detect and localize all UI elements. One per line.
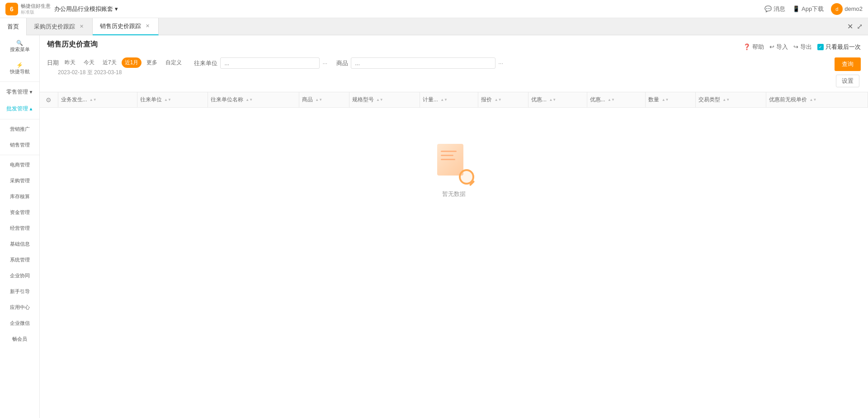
content-area: 销售历史价查询 ❓ 帮助 ↩ 导入 ↪ 导出 ✓ — [40, 35, 868, 418]
date-btn-more[interactable]: 更多 — [143, 57, 160, 68]
th-partner-code[interactable]: 往来单位 ▲▼ — [137, 92, 208, 108]
sidebar-item-sales-mgmt[interactable]: 销售管理 — [0, 137, 39, 153]
sidebar-item-enterprise-wechat[interactable]: 企业微信 — [0, 315, 39, 331]
tabbar: 首页 采购历史价跟踪 ✕ 销售历史价跟踪 ✕ ✕ ⤢ — [0, 18, 868, 35]
sidebar-divider-1 — [0, 81, 39, 82]
close-sales-history-icon[interactable]: ✕ — [144, 23, 151, 30]
empty-text: 暂无数据 — [442, 190, 466, 198]
topbar-right: 💬 消息 📱 App下载 d demo2 — [764, 3, 863, 15]
topbar: 6 畅捷信好生意 标准版 办公用品行业模拟账套 ▾ 💬 消息 📱 App下载 d… — [0, 0, 868, 18]
date-label: 日期 — [47, 59, 59, 67]
th-spec[interactable]: 规格型号 ▲▼ — [349, 92, 420, 108]
sidebar-item-new-guide[interactable]: 新手引导 — [0, 284, 39, 299]
sort-icon: ▲▼ — [662, 98, 669, 102]
th-qty[interactable]: 数量 ▲▼ — [646, 92, 696, 108]
action-buttons: 查询 设置 — [835, 57, 861, 87]
workspace-selector[interactable]: 办公用品行业模拟账套 ▾ — [54, 5, 118, 13]
sidebar: 🔍 搜索菜单 ⚡ 快捷导航 零售管理 ▼ 批发管理 ▲ 营销推广 销售管理 — [0, 35, 40, 418]
maximize-icon[interactable]: ⤢ — [857, 22, 863, 31]
tab-home[interactable]: 首页 — [0, 18, 27, 35]
date-btn-7days[interactable]: 近7天 — [99, 57, 120, 68]
message-button[interactable]: 💬 消息 — [764, 5, 785, 13]
empty-state: 暂无数据 — [40, 108, 868, 234]
data-table: ⚙ 业务发生... ▲▼ 往来单位 ▲▼ 往来单位名称 ▲▼ 商品 ▲▼ — [40, 92, 868, 108]
main-layout: 🔍 搜索菜单 ⚡ 快捷导航 零售管理 ▼ 批发管理 ▲ 营销推广 销售管理 — [0, 35, 868, 418]
product-label: 商品 — [336, 59, 348, 67]
logo-text: 畅捷信好生意 标准版 — [21, 3, 51, 15]
sort-icon: ▲▼ — [810, 98, 817, 102]
sort-icon: ▲▼ — [90, 98, 97, 102]
topbar-left: 6 畅捷信好生意 标准版 办公用品行业模拟账套 ▾ — [5, 3, 118, 15]
date-range-display: 2023-02-18 至 2023-03-18 — [58, 69, 185, 76]
sort-icon: ▲▼ — [315, 98, 322, 102]
sidebar-item-quick-nav[interactable]: ⚡ 快捷导航 — [0, 57, 39, 80]
import-icon: ↩ — [769, 43, 774, 50]
sidebar-item-app-center[interactable]: 应用中心 — [0, 299, 39, 315]
logo-area: 6 畅捷信好生意 标准版 — [5, 3, 51, 15]
only-last-checkbox[interactable]: ✓ — [817, 44, 824, 50]
sort-icon: ▲▼ — [245, 98, 253, 102]
app-download-button[interactable]: 📱 App下载 — [793, 5, 824, 13]
sidebar-item-enterprise-collab[interactable]: 企业协同 — [0, 268, 39, 284]
partner-label: 往来单位 — [194, 59, 217, 67]
search-bar: 日期 昨天 今天 近7天 近1月 更多 自定义 2023-02-18 至 202… — [47, 57, 861, 92]
close-purchase-history-icon[interactable]: ✕ — [78, 23, 85, 30]
export-icon: ↪ — [793, 43, 798, 50]
date-btn-1month[interactable]: 近1月 — [122, 57, 142, 68]
sidebar-item-inventory[interactable]: 库存核算 — [0, 189, 39, 204]
sidebar-divider-3 — [0, 155, 39, 155]
gear-icon[interactable]: ⚙ — [46, 96, 52, 104]
sidebar-item-vip-member[interactable]: 畅会员 — [0, 331, 39, 347]
th-trade-type[interactable]: 交易类型 ▲▼ — [695, 92, 766, 108]
sidebar-item-finance-mgmt[interactable]: 资金管理 — [0, 204, 39, 220]
empty-illustration — [434, 144, 474, 185]
sidebar-item-basic-info[interactable]: 基础信息 — [0, 236, 39, 252]
th-product[interactable]: 商品 ▲▼ — [299, 92, 349, 108]
close-all-tabs-icon[interactable]: ✕ — [847, 22, 853, 31]
sidebar-item-purchase-mgmt[interactable]: 采购管理 — [0, 173, 39, 189]
sidebar-divider-2 — [0, 119, 39, 119]
sidebar-item-marketing[interactable]: 营销推广 — [0, 121, 39, 137]
sidebar-item-ecom-mgmt[interactable]: 电商管理 — [0, 157, 39, 173]
product-search-dots[interactable]: ··· — [498, 60, 503, 66]
th-unit[interactable]: 计量... ▲▼ — [420, 92, 478, 108]
th-gear[interactable]: ⚙ — [40, 92, 58, 108]
page-title: 销售历史价查询 — [47, 40, 98, 49]
query-button[interactable]: 查询 — [835, 57, 861, 71]
date-btn-yesterday[interactable]: 昨天 — [61, 57, 79, 68]
sidebar-item-wholesale-mgmt[interactable]: 批发管理 ▲ — [0, 100, 39, 117]
sidebar-item-sys-mgmt[interactable]: 系统管理 — [0, 252, 39, 268]
th-discount2[interactable]: 优惠... ▲▼ — [587, 92, 646, 108]
partner-input[interactable] — [220, 57, 320, 69]
th-discount1[interactable]: 优惠... ▲▼ — [528, 92, 587, 108]
partner-search-dots[interactable]: ··· — [322, 60, 327, 66]
th-partner-name[interactable]: 往来单位名称 ▲▼ — [208, 92, 299, 108]
sidebar-item-search-menu[interactable]: 🔍 搜索菜单 — [0, 35, 39, 57]
partner-filter-group: 往来单位 ··· — [194, 57, 327, 69]
message-icon: 💬 — [764, 5, 772, 12]
sort-icon: ▲▼ — [495, 98, 502, 102]
sidebar-item-retail-mgmt[interactable]: 零售管理 ▼ — [0, 84, 39, 100]
sidebar-item-ops-mgmt[interactable]: 经营管理 — [0, 220, 39, 236]
date-btn-today[interactable]: 今天 — [80, 57, 98, 68]
sort-icon: ▲▼ — [376, 98, 383, 102]
import-button[interactable]: ↩ 导入 — [769, 43, 788, 51]
chevron-up-icon: ▲ — [29, 106, 33, 111]
th-pre-tax-price[interactable]: 优惠前无税单价 ▲▼ — [766, 92, 868, 108]
help-button[interactable]: ❓ 帮助 — [743, 43, 764, 51]
th-biz-date[interactable]: 业务发生... ▲▼ — [58, 92, 137, 108]
user-menu[interactable]: d demo2 — [831, 3, 863, 15]
avatar: d — [831, 3, 843, 15]
only-last-checkbox-group[interactable]: ✓ 只看最后一次 — [817, 43, 861, 51]
export-button[interactable]: ↪ 导出 — [793, 43, 812, 51]
tab-sales-history[interactable]: 销售历史价跟踪 ✕ — [93, 18, 159, 35]
sort-icon: ▲▼ — [549, 98, 556, 102]
th-quote[interactable]: 报价 ▲▼ — [478, 92, 528, 108]
sort-icon: ▲▼ — [722, 98, 730, 102]
table-header-row: ⚙ 业务发生... ▲▼ 往来单位 ▲▼ 往来单位名称 ▲▼ 商品 ▲▼ — [40, 92, 868, 108]
date-btn-custom[interactable]: 自定义 — [162, 57, 185, 68]
help-icon: ❓ — [743, 43, 750, 50]
settings-button[interactable]: 设置 — [836, 75, 859, 87]
product-input[interactable] — [351, 57, 495, 69]
tab-purchase-history[interactable]: 采购历史价跟踪 ✕ — [27, 18, 93, 35]
